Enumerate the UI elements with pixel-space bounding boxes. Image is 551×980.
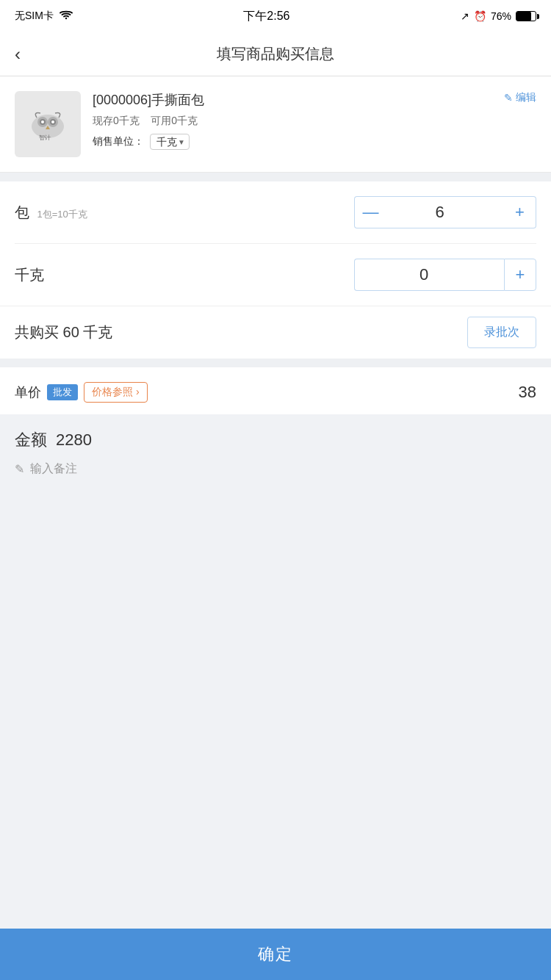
kilogram-quantity-input[interactable]: [354, 259, 504, 291]
page-title: 填写商品购买信息: [217, 44, 334, 64]
price-section: 单价 批发 价格参照 › 38: [0, 367, 551, 414]
kilogram-row: 千克 +: [15, 244, 536, 306]
bag-quantity-input[interactable]: [386, 196, 504, 228]
battery-bar: [516, 11, 536, 21]
kilogram-plus-button[interactable]: +: [504, 259, 536, 291]
svg-point-5: [41, 120, 44, 123]
price-ref-label[interactable]: 价格参照 ›: [92, 386, 140, 399]
amount-label: 金额: [15, 429, 47, 451]
location-icon: ↗: [461, 10, 469, 22]
kilogram-controls: +: [354, 259, 536, 291]
unit-text: 销售单位：: [93, 135, 144, 148]
price-value: 38: [519, 383, 536, 402]
confirm-button[interactable]: 确定: [0, 929, 551, 980]
remark-placeholder[interactable]: 输入备注: [30, 461, 77, 477]
unit-select[interactable]: 千克: [150, 134, 190, 150]
edit-icon: ✎: [504, 92, 513, 104]
bag-plus-button[interactable]: +: [504, 196, 536, 228]
quantity-section: 包 1包=10千克 — + 千克 +: [0, 181, 551, 306]
product-stock: 现存0千克 可用0千克: [93, 115, 536, 128]
available-label: 可用0千克: [151, 115, 198, 126]
minus-icon: —: [363, 203, 379, 222]
batch-button[interactable]: 录批次: [467, 317, 536, 348]
bag-label-group: 包 1包=10千克: [15, 203, 87, 223]
amount-section: 金额 2280 ✎ 输入备注: [0, 414, 551, 491]
total-label: 共购买 60 千克: [15, 324, 112, 340]
battery-percent: 76%: [491, 10, 511, 22]
price-label-row: 单价 批发 价格参照 ›: [15, 382, 148, 403]
stock-label: 现存0千克: [93, 115, 140, 126]
kilogram-plus-icon: +: [516, 265, 525, 284]
svg-point-6: [51, 120, 54, 123]
product-image: 智计: [15, 91, 81, 157]
price-reference-button[interactable]: 价格参照 ›: [84, 382, 148, 403]
bag-minus-button[interactable]: —: [354, 196, 386, 228]
alarm-icon: ⏰: [474, 10, 486, 22]
product-card: 智计 [0000006]手撕面包 现存0千克 可用0千克 销售单位： 千克 ✎: [0, 76, 551, 173]
price-badge: 批发: [47, 384, 78, 400]
kilogram-label: 千克: [15, 267, 44, 283]
nav-bar: ‹ 填写商品购买信息: [0, 32, 551, 76]
pencil-icon: ✎: [15, 462, 24, 476]
status-left: 无SIM卡: [15, 10, 73, 23]
battery-fill: [516, 12, 531, 21]
bag-label: 包: [15, 204, 29, 220]
spacer: [0, 491, 551, 929]
amount-value: 2280: [56, 430, 92, 450]
total-section: 共购买 60 千克 录批次: [0, 306, 551, 359]
wifi-icon: [60, 10, 73, 23]
price-label: 单价: [15, 383, 41, 401]
bag-row: 包 1包=10千克 — +: [15, 181, 536, 244]
product-info: [0000006]手撕面包 现存0千克 可用0千克 销售单位： 千克: [93, 91, 536, 150]
carrier-label: 无SIM卡: [15, 10, 54, 23]
edit-label[interactable]: 编辑: [516, 91, 536, 104]
product-unit-row: 销售单位： 千克: [93, 134, 536, 150]
status-right: ↗ ⏰ 76%: [461, 10, 536, 22]
back-button[interactable]: ‹: [15, 44, 21, 65]
status-time: 下午2:56: [243, 9, 289, 24]
bag-sublabel: 1包=10千克: [37, 209, 87, 220]
svg-text:智计: 智计: [39, 134, 51, 141]
product-name: [0000006]手撕面包: [93, 91, 536, 109]
edit-button[interactable]: ✎ 编辑: [504, 91, 536, 104]
remark-row[interactable]: ✎ 输入备注: [15, 461, 536, 491]
unit-select-wrap[interactable]: 千克: [150, 134, 190, 150]
status-bar: 无SIM卡 下午2:56 ↗ ⏰ 76%: [0, 0, 551, 32]
plus-icon: +: [515, 203, 525, 222]
bag-controls: — +: [354, 196, 536, 228]
separator-1: [0, 173, 551, 181]
kilogram-label-group: 千克: [15, 265, 44, 285]
separator-2: [0, 359, 551, 367]
total-label-group: 共购买 60 千克: [15, 323, 112, 342]
amount-row: 金额 2280: [15, 429, 536, 451]
